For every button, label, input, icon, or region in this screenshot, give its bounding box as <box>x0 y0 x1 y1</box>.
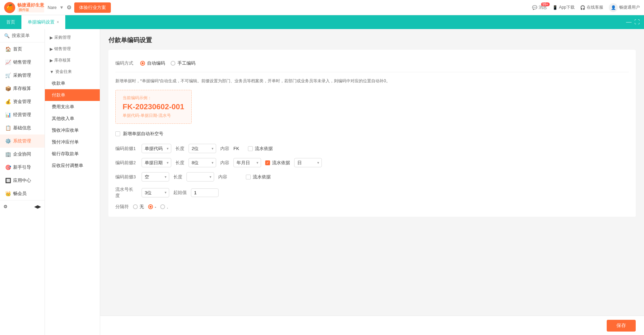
app-sub: 插件版 <box>17 8 44 12</box>
prefix1-label: 编码前缀1 <box>115 146 137 152</box>
sub-nav-title-purchase[interactable]: ▶ 采购管理 <box>45 32 100 43</box>
save-button[interactable]: 保存 <box>607 320 636 332</box>
sub-nav-item-expense[interactable]: 费用支出单 <box>45 101 100 113</box>
auto-encoding-option[interactable]: 自动编码 <box>140 60 165 66</box>
sub-nav-item-prepay-pay[interactable]: 预付冲应付单 <box>45 136 100 148</box>
content1-label: 内容 <box>220 146 229 152</box>
sidebar-label-inventory: 库存核算 <box>13 85 31 92</box>
sidebar-item-base[interactable]: 📋 基础信息 <box>0 121 45 134</box>
content2-select[interactable]: 年月日 <box>233 158 261 167</box>
manual-encoding-option[interactable]: 手工编码 <box>171 60 195 66</box>
sidebar-item-apps[interactable]: 🔲 应用中心 <box>0 174 45 187</box>
minimize-icon[interactable]: — <box>626 19 632 25</box>
sidebar-item-inventory[interactable]: 📦 库存核算 <box>0 82 45 95</box>
encoding-radio-group: 自动编码 手工编码 <box>140 60 195 66</box>
stream1-checkbox[interactable] <box>248 146 253 151</box>
prefix2-row: 编码前缀2 单据日期 长度 8位 内容 <box>115 158 629 167</box>
encoding-method-label: 编码方式 <box>115 60 133 66</box>
stream1-label: 流水依据 <box>255 146 273 152</box>
online-service-btn[interactable]: 🎧 在线客服 <box>580 4 603 10</box>
guide-icon: 🎯 <box>5 164 11 170</box>
prefix3-select[interactable]: 空 <box>142 172 169 182</box>
sidebar-label-finance: 资金管理 <box>13 99 31 105</box>
sep-dot-radio[interactable] <box>160 204 165 209</box>
user-avatar[interactable]: 👤 畅捷通用户 <box>609 3 640 12</box>
sidebar-label-purchase: 采购管理 <box>13 72 31 78</box>
tab-close-icon[interactable]: × <box>57 20 59 25</box>
operation-icon: 📊 <box>5 112 11 118</box>
main-content: 付款单编码设置 编码方式 自动编码 手工编码 <box>100 29 644 316</box>
stream3-check: 流水依据 <box>246 174 271 180</box>
sidebar-item-guide[interactable]: 🎯 新手引导 <box>0 161 45 174</box>
stream2-period-select[interactable]: 日 <box>294 158 322 167</box>
sidebar-item-sales[interactable]: 📈 销售管理 <box>0 56 45 69</box>
stream3-checkbox[interactable] <box>246 175 251 179</box>
sub-nav-title-finance[interactable]: ▼ 资金往来 <box>45 66 100 77</box>
sub-nav-title-sales[interactable]: ▶ 销售管理 <box>45 43 100 55</box>
sidebar-item-finance[interactable]: 💰 资金管理 <box>0 95 45 108</box>
length1-select[interactable]: 2位 <box>189 144 216 153</box>
auto-encoding-radio[interactable] <box>140 61 145 66</box>
sep-dash-option[interactable]: - <box>148 204 156 210</box>
sep-none-label: 无 <box>140 204 144 210</box>
manual-encoding-radio[interactable] <box>171 61 175 66</box>
sep-dot-option[interactable]: . <box>160 204 168 210</box>
sub-nav-item-prepay-recv[interactable]: 预收冲应收单 <box>45 124 100 136</box>
sub-nav-finance-label: 资金往来 <box>55 69 72 75</box>
sep-none-option[interactable]: 无 <box>133 204 144 210</box>
sub-nav-title-inventory[interactable]: ▶ 库存核算 <box>45 55 100 66</box>
tab-home-label: 首页 <box>6 19 15 25</box>
start-value-label: 起始值 <box>173 189 187 196</box>
member-icon: 👑 <box>5 190 11 197</box>
sub-nav-item-adjust[interactable]: 应收应付调整单 <box>45 160 100 171</box>
app-download-btn[interactable]: 📱 App下载 <box>552 4 575 10</box>
serial-length-label: 流水号长度 <box>115 186 137 199</box>
sidebar-item-home[interactable]: 🏠 首页 <box>0 43 45 56</box>
sidebar-settings-icon[interactable]: ⚙ <box>3 204 8 209</box>
stream2-period-wrap: 日 <box>294 158 322 167</box>
sidebar-item-system[interactable]: ⚙️ 系统管理 <box>0 134 45 148</box>
stream2-check: ✓ 流水依据 <box>265 160 290 166</box>
sidebar-label-sales: 销售管理 <box>13 59 31 65</box>
sep-none-radio[interactable] <box>133 204 138 209</box>
sidebar-collapse-icon[interactable]: ◀▶ <box>34 204 41 209</box>
prefix2-select[interactable]: 单据日期 <box>142 158 171 167</box>
top-bar-right: 💬 消息 99+ 📱 App下载 🎧 在线客服 👤 畅捷通用户 <box>532 3 640 12</box>
dropdown-arrow-icon[interactable]: ▼ <box>59 5 64 10</box>
sep-dash-radio[interactable] <box>148 204 153 209</box>
chevron-down-icon-finance: ▼ <box>50 69 54 74</box>
serial-length-select[interactable]: 3位 <box>142 188 169 197</box>
sub-nav-inventory-label: 库存核算 <box>54 57 71 63</box>
sidebar-item-enterprise[interactable]: 🏢 企业协同 <box>0 148 45 161</box>
length3-select[interactable] <box>186 172 214 182</box>
inventory-icon: 📦 <box>5 85 11 92</box>
auto-fill-checkbox[interactable] <box>115 131 120 136</box>
start-value-input[interactable] <box>191 188 219 197</box>
sidebar-label-system: 系统管理 <box>13 138 31 144</box>
maximize-icon[interactable]: ⛶ <box>634 19 640 25</box>
tab-encoding[interactable]: 单据编码设置 × <box>21 15 65 29</box>
sidebar-item-member[interactable]: 👑 畅会员 <box>0 187 45 200</box>
top-bar-middle: Nare ▼ ⚙ 体验行业方案 <box>48 2 529 13</box>
search-menu-btn[interactable]: 🔍 搜索菜单 <box>0 29 45 43</box>
content2-select-wrap: 年月日 <box>233 158 261 167</box>
sub-nav-item-bank[interactable]: 银行存取款单 <box>45 148 100 160</box>
length2-select[interactable]: 8位 <box>189 158 216 167</box>
prefix3-select-wrap: 空 <box>142 172 169 182</box>
stream2-checkbox[interactable]: ✓ <box>265 160 270 165</box>
trial-btn[interactable]: 体验行业方案 <box>74 2 111 13</box>
info-text: 新增单据时，*单据编码*自动生成，不可编辑。前缀设置为部门、业务员等档案类，开单… <box>115 78 629 84</box>
sub-nav-item-payment[interactable]: 付款单 <box>45 89 100 101</box>
sub-nav-item-receipt[interactable]: 收款单 <box>45 77 100 89</box>
sidebar-item-operation[interactable]: 📊 经营管理 <box>0 108 45 121</box>
sep-dot-label: . <box>167 204 168 210</box>
sub-nav-item-other-income[interactable]: 其他收入单 <box>45 113 100 124</box>
purchase-icon: 🛒 <box>5 72 11 78</box>
logo-icon: 🍊 <box>4 2 15 13</box>
sidebar-item-purchase[interactable]: 🛒 采购管理 <box>0 69 45 82</box>
prefix1-select[interactable]: 单据代码 <box>142 144 171 153</box>
message-btn[interactable]: 💬 消息 99+ <box>532 4 547 10</box>
sep-dash-label: - <box>155 204 156 210</box>
settings-icon[interactable]: ⚙ <box>67 4 71 11</box>
tab-home[interactable]: 首页 <box>0 15 21 29</box>
